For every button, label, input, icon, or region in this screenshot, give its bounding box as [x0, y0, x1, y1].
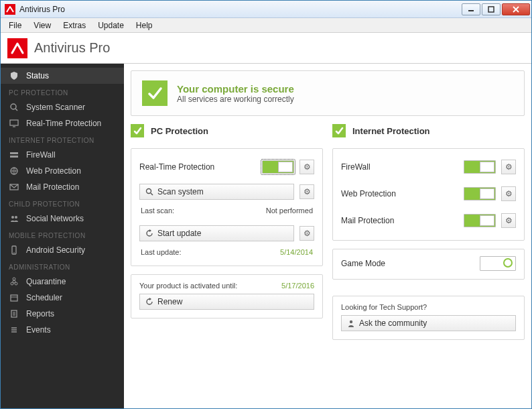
refresh-icon — [145, 229, 153, 237]
start-update-button[interactable]: Start update — [139, 225, 294, 241]
sidebar-item-mail[interactable]: Mail Protection — [1, 179, 124, 195]
sidebar-item-firewall[interactable]: FireWall — [1, 147, 124, 163]
window-title: Antivirus Pro — [19, 5, 462, 14]
web-toggle[interactable] — [464, 187, 496, 200]
sidebar-item-events[interactable]: Events — [1, 322, 124, 338]
last-update-label: Last update: — [141, 248, 182, 256]
menu-view[interactable]: View — [28, 19, 56, 32]
renew-button[interactable]: Renew — [139, 294, 314, 310]
sidebar-item-scheduler[interactable]: Scheduler — [1, 290, 124, 306]
web-settings-button[interactable]: ⚙ — [501, 186, 516, 201]
maximize-button[interactable] — [482, 3, 501, 15]
sidebar-group-internet: INTERNET PROTECTION — [1, 131, 124, 147]
mail-label: Mail Protection — [341, 216, 458, 225]
activated-label: Your product is activated until: — [139, 282, 237, 290]
svg-point-14 — [11, 216, 14, 219]
svg-point-17 — [13, 252, 15, 253]
activation-panel: Your product is activated until: 5/17/20… — [131, 274, 323, 318]
renew-button-label: Renew — [157, 297, 182, 306]
gear-icon: ⚙ — [304, 187, 311, 196]
gamemode-panel: Game Mode — [332, 249, 525, 280]
pc-protection-column: PC Protection Real-Time Protection ⚙ Sca… — [131, 124, 323, 340]
secure-subtitle: All services are working correctly — [177, 95, 294, 104]
globe-icon — [9, 166, 19, 176]
person-icon — [347, 319, 355, 327]
svg-point-19 — [13, 278, 15, 280]
app-icon — [5, 4, 15, 15]
people-icon — [9, 214, 19, 223]
sidebar-item-label: Android Security — [26, 245, 85, 255]
svg-line-6 — [15, 109, 17, 111]
mail-settings-button[interactable]: ⚙ — [501, 213, 516, 228]
support-label: Looking for Tech Support? — [341, 303, 516, 311]
menu-help[interactable]: Help — [131, 19, 158, 32]
sidebar-item-label: Events — [26, 325, 51, 335]
menubar: File View Extras Update Help — [1, 18, 531, 33]
gear-icon: ⚙ — [304, 229, 311, 238]
content: Your computer is secure All services are… — [124, 64, 531, 408]
svg-rect-22 — [11, 295, 17, 301]
sidebar-group-mobile: MOBILE PROTECTION — [1, 227, 124, 242]
update-settings-button[interactable]: ⚙ — [300, 226, 314, 241]
phone-icon — [9, 245, 19, 255]
gamemode-label: Game Mode — [341, 259, 474, 268]
firewall-settings-button[interactable]: ⚙ — [501, 160, 516, 174]
sidebar-item-android[interactable]: Android Security — [1, 242, 124, 258]
realtime-label: Real-Time Protection — [139, 162, 257, 172]
internet-protection-panel: FireWall ⚙ Web Protection ⚙ Mail Protect… — [332, 148, 525, 241]
sidebar-item-realtime[interactable]: Real-Time Protection — [1, 115, 124, 131]
sidebar-item-label: System Scanner — [26, 103, 85, 112]
minimize-button[interactable] — [462, 3, 480, 15]
scan-system-button[interactable]: Scan system — [139, 184, 294, 200]
sidebar-item-quarantine[interactable]: Quarantine — [1, 274, 124, 290]
gear-icon: ⚙ — [304, 162, 311, 172]
secure-status-panel: Your computer is secure All services are… — [131, 70, 525, 116]
support-panel: Looking for Tech Support? Ask the commun… — [332, 296, 525, 340]
svg-point-20 — [11, 282, 13, 285]
secure-title: Your computer is secure — [177, 83, 294, 95]
sidebar-item-label: FireWall — [26, 150, 56, 160]
sidebar-item-label: Web Protection — [26, 166, 81, 176]
firewall-icon — [9, 150, 19, 160]
ask-community-button[interactable]: Ask the community — [341, 315, 516, 331]
menu-update[interactable]: Update — [92, 19, 129, 32]
header: Antivirus Pro — [1, 33, 531, 64]
menu-file[interactable]: File — [3, 19, 27, 32]
last-scan-value: Not performed — [266, 207, 313, 215]
svg-point-15 — [15, 216, 17, 219]
svg-rect-2 — [488, 7, 494, 12]
sidebar-item-status[interactable]: Status — [1, 68, 124, 84]
svg-point-33 — [350, 320, 352, 323]
scan-button-label: Scan system — [157, 187, 204, 196]
gamemode-toggle[interactable] — [480, 256, 516, 271]
sidebar-item-reports[interactable]: Reports — [1, 306, 124, 322]
svg-rect-7 — [10, 120, 18, 125]
close-button[interactable] — [502, 3, 530, 15]
sidebar-item-label: Social Networks — [26, 214, 84, 223]
activated-value: 5/17/2016 — [281, 282, 314, 290]
menu-extras[interactable]: Extras — [58, 19, 91, 32]
sidebar-item-social[interactable]: Social Networks — [1, 211, 124, 227]
svg-rect-9 — [10, 152, 18, 154]
update-button-label: Start update — [157, 229, 201, 238]
svg-rect-10 — [10, 156, 18, 158]
sidebar-item-web[interactable]: Web Protection — [1, 163, 124, 179]
app-window: Antivirus Pro File View Extras Update He… — [0, 0, 532, 409]
svg-point-31 — [147, 189, 151, 194]
internet-protection-column: Internet Protection FireWall ⚙ Web Prote… — [332, 124, 525, 340]
firewall-toggle[interactable] — [464, 160, 496, 174]
sidebar-item-label: Scheduler — [26, 293, 62, 302]
sidebar-item-system-scanner[interactable]: System Scanner — [1, 99, 124, 115]
sidebar-item-label: Real-Time Protection — [26, 119, 101, 128]
biohazard-icon — [9, 277, 19, 286]
realtime-toggle[interactable] — [262, 160, 294, 174]
sidebar-group-admin: ADMINISTRATION — [1, 258, 124, 274]
web-label: Web Protection — [341, 189, 458, 198]
realtime-settings-button[interactable]: ⚙ — [300, 160, 314, 174]
firewall-label: FireWall — [341, 162, 458, 172]
refresh-icon — [145, 298, 153, 306]
mail-toggle[interactable] — [464, 214, 496, 227]
scan-settings-button[interactable]: ⚙ — [300, 184, 314, 199]
titlebar: Antivirus Pro — [1, 1, 531, 18]
svg-line-32 — [151, 193, 153, 195]
